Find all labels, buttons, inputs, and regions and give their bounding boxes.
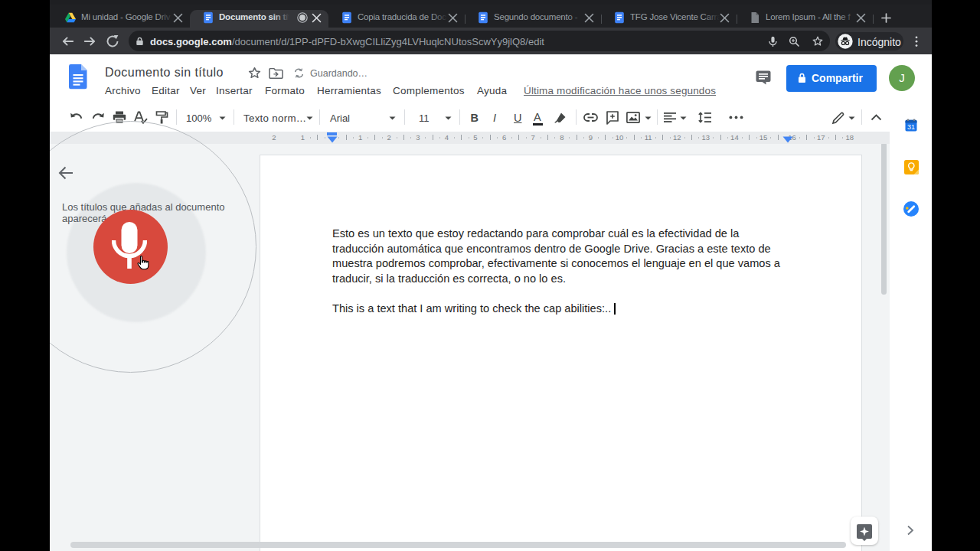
svg-text:31: 31 bbox=[907, 123, 915, 131]
